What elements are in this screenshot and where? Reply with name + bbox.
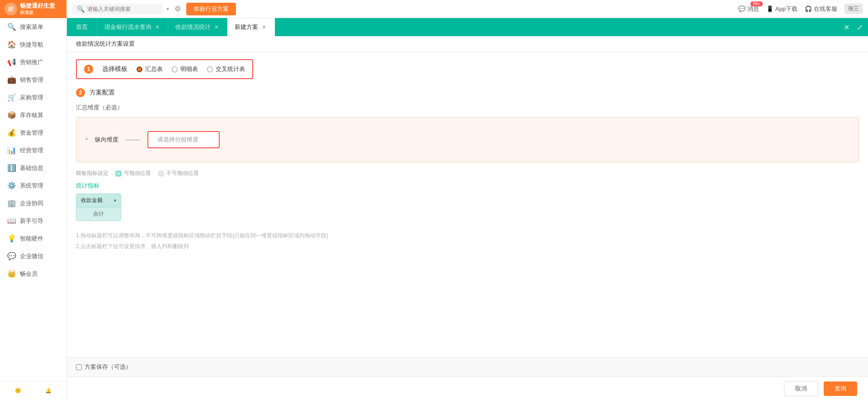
sidebar-item-wechat[interactable]: 💬 企业微信 <box>0 247 66 265</box>
search-chevron-icon[interactable]: ▾ <box>166 6 169 12</box>
service-item[interactable]: 🎧 在线客服 <box>805 5 837 13</box>
marketing-icon: 📢 <box>7 58 16 66</box>
movable-legend-dot <box>116 171 121 176</box>
purchase-icon: 🛒 <box>7 93 16 102</box>
metrics-card-amount: 收款金额 ▾ 合计 <box>76 193 121 221</box>
page-footer: 方案保存（可选） <box>67 357 868 376</box>
section1-num: 1 <box>84 65 93 74</box>
sidebar-bottom-notify[interactable]: 🔔 <box>34 385 63 396</box>
section2-header: 2 方案配置 <box>76 88 859 97</box>
message-item[interactable]: 💬 消息 99+ <box>738 5 759 13</box>
tab-new-plan[interactable]: 新建方案 ✕ <box>227 18 275 36</box>
guide-icon: 📖 <box>7 216 16 225</box>
radio-summary[interactable]: 汇总表 <box>137 65 163 73</box>
sidebar-item-marketing[interactable]: 📢 营销推广 <box>0 53 66 71</box>
tab-close-btn[interactable]: ✕ <box>842 21 851 33</box>
tips-section: 1.拖动标题栏可以调整布局，不可跨维度或指标区域拖动栏目字段(只能在同一维度或指… <box>76 230 859 252</box>
search-icon: 🔍 <box>7 23 16 31</box>
metrics-cards: 收款金额 ▾ 合计 <box>76 193 859 221</box>
query-button[interactable]: 查询 <box>824 381 857 396</box>
sidebar-item-hardware[interactable]: 💡 智能硬件 <box>0 230 66 247</box>
topbar: 🔍 ▾ ⚙ 体验行业方案 💬 消息 99+ 📱 App下载 🎧 在线客服 张三 <box>67 0 868 18</box>
sidebar-item-wechat-label: 企业微信 <box>20 252 43 260</box>
topbar-search-box[interactable]: 🔍 <box>72 4 163 14</box>
sidebar-item-member[interactable]: 👑 畅会员 <box>0 265 66 282</box>
section2-title: 方案配置 <box>90 89 115 97</box>
tab-home-label: 首页 <box>76 23 88 31</box>
radio-summary-input[interactable] <box>137 66 142 72</box>
dimension-config-label-text: 汇总维度（必选） <box>76 104 123 111</box>
main-area: 🔍 ▾ ⚙ 体验行业方案 💬 消息 99+ 📱 App下载 🎧 在线客服 张三 <box>67 0 868 400</box>
message-icon: 💬 <box>738 5 745 12</box>
sidebar-item-purchase[interactable]: 🛒 采购管理 <box>0 89 66 106</box>
radio-detail[interactable]: 明细表 <box>172 65 198 73</box>
save-checkbox-label[interactable]: 方案保存（可选） <box>76 363 132 371</box>
download-item[interactable]: 📱 App下载 <box>766 5 797 13</box>
tab-expand-btn[interactable]: ⤢ <box>855 21 864 33</box>
service-label: 在线客服 <box>814 5 837 13</box>
tab-collection[interactable]: 收款情况统计 ✕ <box>168 18 227 36</box>
sidebar-item-info[interactable]: ℹ️ 基础信息 <box>0 159 66 177</box>
tab-collection-close[interactable]: ✕ <box>213 23 220 31</box>
member-icon: 👑 <box>7 269 16 278</box>
metrics-label-row: 模板指标设定 可拖动位置 不可拖动位置 <box>76 169 859 177</box>
radio-detail-input[interactable] <box>172 66 178 72</box>
search-input[interactable] <box>87 6 151 12</box>
finance-icon: 💰 <box>7 128 16 137</box>
metrics-config-label: 模板指标设定 <box>76 169 108 177</box>
logo-icon: 好 <box>5 3 17 15</box>
tab-collection-label: 收款情况统计 <box>175 23 211 31</box>
sidebar-item-management[interactable]: 📊 经营管理 <box>0 141 66 159</box>
cancel-button[interactable]: 取消 <box>784 381 818 396</box>
sidebar-item-guide[interactable]: 📖 新手引导 <box>0 212 66 230</box>
sidebar-item-sales[interactable]: 💼 销售管理 <box>0 71 66 89</box>
sidebar-item-system[interactable]: ⚙️ 系统管理 <box>0 177 66 194</box>
page-header: 收款情况统计方案设置 <box>67 36 868 52</box>
system-icon: ⚙️ <box>7 181 16 190</box>
tab-home[interactable]: 首页 <box>67 18 97 36</box>
sidebar-item-inventory-label: 库存核算 <box>20 111 43 119</box>
radio-detail-label: 明细表 <box>180 65 198 73</box>
radio-summary-label: 汇总表 <box>145 65 163 73</box>
enterprise-icon: 🏢 <box>7 199 16 207</box>
tabs-actions: ✕ ⤢ <box>838 18 868 36</box>
dimension-config-label: 汇总维度（必选） <box>76 104 859 112</box>
movable-legend: 可拖动位置 <box>116 169 151 177</box>
sidebar-item-finance-label: 资金管理 <box>20 129 43 137</box>
gear-icon[interactable]: ⚙ <box>173 3 183 15</box>
sidebar-item-enterprise-label: 企业协同 <box>20 199 43 207</box>
save-checkbox-input[interactable] <box>76 364 82 370</box>
sidebar-item-enterprise[interactable]: 🏢 企业协同 <box>0 194 66 212</box>
sidebar-item-member-label: 畅会员 <box>20 270 38 278</box>
radio-crosstab[interactable]: 交叉统计表 <box>207 65 245 73</box>
sidebar-item-search[interactable]: 🔍 搜索菜单 <box>0 18 66 36</box>
tab-new-plan-label: 新建方案 <box>235 23 258 31</box>
section-template: 1 选择模板 汇总表 明细表 <box>76 59 859 79</box>
search-icon: 🔍 <box>77 5 85 13</box>
management-icon: 📊 <box>7 146 16 155</box>
user-badge[interactable]: 张三 <box>844 4 863 14</box>
dimension-row: * 纵向维度 —— 请选择分组维度 <box>85 131 849 148</box>
service-icon: 🎧 <box>805 5 812 12</box>
section1-title: 选择模板 <box>102 65 127 73</box>
sidebar-item-finance[interactable]: 💰 资金管理 <box>0 124 66 141</box>
sales-icon: 💼 <box>7 75 16 84</box>
sidebar-item-inventory[interactable]: 📦 库存核算 <box>0 106 66 124</box>
logo-sub-text: 标准版 <box>20 9 55 16</box>
tab-cashflow[interactable]: 现金银行流水查询 ✕ <box>97 18 168 36</box>
download-icon: 📱 <box>766 5 774 12</box>
dimension-input[interactable]: 请选择分组维度 <box>147 131 220 148</box>
sidebar-item-search-label: 搜索菜单 <box>20 23 43 31</box>
radio-crosstab-input[interactable] <box>207 66 213 72</box>
sidebar-item-nav[interactable]: 🏠 快捷导航 <box>0 36 66 53</box>
dimension-area: * 纵向维度 —— 请选择分组维度 <box>76 117 859 162</box>
metrics-card-body: 合计 <box>76 207 121 221</box>
tab-new-plan-close[interactable]: ✕ <box>261 23 267 31</box>
metrics-card-header[interactable]: 收款金额 ▾ <box>76 194 121 207</box>
sidebar-bottom-avatar[interactable]: 🙂 <box>4 385 33 396</box>
metrics-card-chevron-icon[interactable]: ▾ <box>114 198 116 203</box>
tab-cashflow-close[interactable]: ✕ <box>154 23 160 31</box>
sidebar-item-system-label: 系统管理 <box>20 182 43 190</box>
industry-btn[interactable]: 体验行业方案 <box>186 3 236 15</box>
template-selection-box: 1 选择模板 汇总表 明细表 <box>76 59 253 79</box>
